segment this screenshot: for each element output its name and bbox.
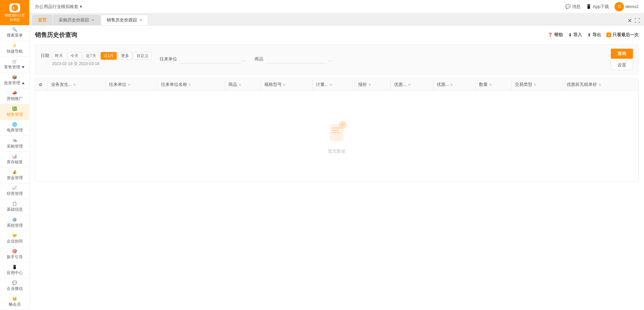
- sort-arrows-icon: ⇅: [73, 83, 76, 87]
- sidebar: 6 畅捷通好生意标准版 🔍 搜索菜单 ⚡ 快捷导航 🛒 零售管理 ▼ 📦 批发管…: [0, 0, 30, 310]
- sidebar-item-sales-mgmt[interactable]: 💹 销售管理: [0, 104, 29, 120]
- tab-purchase-close-icon[interactable]: ✕: [91, 18, 95, 22]
- member-icon: 👑: [12, 296, 17, 301]
- sort-arrows-icon: ⇅: [598, 83, 601, 87]
- quick-nav-icon: ⚡: [12, 43, 17, 48]
- tab-purchase-label: 采购历史价跟踪: [59, 17, 89, 23]
- sidebar-item-inventory[interactable]: 📊 库存核算: [0, 152, 29, 167]
- product-dots[interactable]: ...: [326, 57, 333, 62]
- sidebar-item-label: 新手引导: [7, 254, 23, 260]
- close-window-btn[interactable]: ✕: [628, 17, 632, 24]
- sidebar-item-label: 企业微信: [7, 286, 23, 292]
- settings-button[interactable]: 设置: [611, 60, 633, 70]
- sidebar-item-label: 资金管理: [7, 175, 23, 181]
- th-unit[interactable]: 计量... ⇅: [312, 79, 355, 91]
- query-button[interactable]: 查询: [611, 49, 633, 59]
- product-input-wrap: ...: [266, 55, 333, 63]
- date-btn-more[interactable]: 更多: [118, 52, 132, 60]
- sidebar-item-system[interactable]: ⚙️ 系统管理: [0, 215, 29, 231]
- sidebar-item-label: 批发管理 ▲: [4, 80, 25, 86]
- date-btn-1month[interactable]: 近1月: [101, 52, 117, 60]
- th-discount2-label: 优惠...: [437, 82, 449, 87]
- th-product-label: 商品: [228, 82, 237, 87]
- import-icon: ⬇: [568, 33, 572, 38]
- sidebar-item-member[interactable]: 👑 畅会员: [0, 294, 29, 310]
- sidebar-item-label: 经营管理: [7, 191, 23, 197]
- help-label: 帮助: [554, 32, 563, 38]
- sidebar-item-basic-info[interactable]: 📋 基础信息: [0, 199, 29, 215]
- sidebar-item-guide[interactable]: 🎯 新手引导: [0, 247, 29, 262]
- sidebar-item-retail-mgmt[interactable]: 🛒 零售管理 ▼: [0, 57, 29, 72]
- filter-btn-group: 查询 设置: [611, 49, 633, 70]
- topbar-right: 💬 消息 📱 App下载 D demo2: [565, 2, 639, 11]
- th-price[interactable]: 报价 ⇅: [355, 79, 391, 91]
- operations-icon: 📈: [12, 186, 17, 190]
- sidebar-item-app-center[interactable]: 📱 应用中心: [0, 262, 29, 278]
- th-discount1[interactable]: 优惠... ⇅: [391, 79, 433, 91]
- only-last-checkbox[interactable]: ✓ 只看最后一次: [606, 32, 639, 38]
- marketing-icon: 📣: [12, 91, 17, 95]
- date-btn-custom[interactable]: 自定义: [133, 52, 152, 60]
- sidebar-item-label: 系统管理: [7, 223, 23, 228]
- from-unit-input-wrap: ...: [180, 55, 247, 63]
- svg-rect-5: [332, 130, 339, 131]
- sidebar-item-quick-nav[interactable]: ⚡ 快捷导航: [0, 41, 29, 57]
- from-unit-input[interactable]: [180, 55, 240, 63]
- sort-arrows-icon: ⇅: [188, 83, 191, 87]
- th-discount2[interactable]: 优惠... ⇅: [433, 79, 476, 91]
- tab-sales-close-icon[interactable]: ✕: [139, 18, 143, 22]
- th-unit-name[interactable]: 往来单位名称 ⇅: [157, 79, 225, 91]
- date-btn-yesterday[interactable]: 昨天: [52, 52, 66, 60]
- table-header: ⚙ 业务发生... ⇅ 往来单位 ⇅ 往来单位名称 ⇅: [35, 79, 638, 91]
- date-filter-label: 日期: [41, 52, 49, 59]
- tab-sales-history[interactable]: 销售历史价跟踪 ✕: [101, 15, 148, 25]
- sidebar-item-ecommerce[interactable]: 🌐 电商管理: [0, 120, 29, 136]
- import-btn[interactable]: ⬇ 导入: [568, 32, 582, 38]
- sidebar-item-wholesale-mgmt[interactable]: 📦 批发管理 ▲: [0, 72, 29, 88]
- from-unit-dots[interactable]: ...: [240, 57, 247, 62]
- th-unit-code[interactable]: 往来单位 ⇅: [106, 79, 157, 91]
- message-btn[interactable]: 💬 消息: [565, 4, 581, 10]
- sidebar-item-search-menu[interactable]: 🔍 搜索菜单: [0, 25, 29, 41]
- sidebar-item-operations[interactable]: 📈 经营管理: [0, 184, 29, 199]
- date-btn-today[interactable]: 今天: [67, 52, 82, 60]
- help-icon: ❓: [547, 33, 553, 38]
- app-download-btn[interactable]: 📱 App下载: [586, 4, 609, 10]
- only-last-label: 只看最后一次: [612, 32, 639, 38]
- product-input[interactable]: [266, 55, 326, 63]
- date-btn-7days[interactable]: 近7天: [83, 52, 99, 60]
- sidebar-item-wechat[interactable]: 💬 企业微信: [0, 278, 29, 294]
- sort-arrows-icon: ⇅: [489, 83, 492, 87]
- page-title-row: 销售历史价查询 ❓ 帮助 ⬇ 导入 ⬆ 导出 ✓ 只看最后一次: [35, 31, 639, 39]
- tab-home[interactable]: 首页: [32, 15, 52, 25]
- settings-gear-icon[interactable]: ⚙: [39, 82, 43, 87]
- sidebar-item-finance[interactable]: 💰 资金管理: [0, 167, 29, 183]
- date-filter-group: 日期 昨天 今天 近7天 近1月 更多 自定义 2023-02-18 至 202…: [41, 52, 152, 67]
- sidebar-item-purchase[interactable]: 🛍 采购管理: [0, 136, 29, 152]
- app-logo: 6 畅捷通好生意标准版: [0, 0, 29, 25]
- sort-arrows-icon: ⇅: [128, 83, 130, 87]
- product-label: 商品: [255, 55, 263, 62]
- th-settings[interactable]: ⚙: [35, 79, 47, 91]
- th-product[interactable]: 商品 ⇅: [225, 79, 261, 91]
- import-label: 导入: [573, 32, 582, 38]
- sidebar-item-label: 营销推广: [7, 96, 23, 102]
- th-pretax-price-label: 优惠前无税单价: [567, 82, 597, 87]
- from-unit-label: 往来单位: [160, 55, 177, 62]
- th-qty[interactable]: 数量 ⇅: [476, 79, 512, 91]
- sidebar-item-enterprise[interactable]: 🤝 企业协同: [0, 231, 29, 247]
- th-biz-date[interactable]: 业务发生... ⇅: [47, 79, 106, 91]
- th-pretax-price[interactable]: 优惠前无税单价 ⇅: [563, 79, 638, 91]
- message-icon: 💬: [565, 4, 571, 9]
- sidebar-item-marketing[interactable]: 📣 营销推广: [0, 89, 29, 104]
- app-icon: 📱: [12, 265, 17, 269]
- tab-purchase-history[interactable]: 采购历史价跟踪 ✕: [53, 15, 100, 25]
- maximize-btn[interactable]: ⛶: [635, 18, 640, 24]
- export-btn[interactable]: ⬆ 导出: [587, 32, 601, 38]
- th-spec[interactable]: 规格型号 ⇅: [261, 79, 312, 91]
- th-trade-type[interactable]: 交易类型 ⇅: [512, 79, 563, 91]
- company-dropdown[interactable]: 办公用品行业模拟账套 ▾: [35, 4, 82, 10]
- sidebar-item-label: 库存核算: [7, 159, 23, 165]
- help-btn[interactable]: ❓ 帮助: [547, 32, 563, 38]
- user-profile[interactable]: D demo2: [614, 2, 639, 11]
